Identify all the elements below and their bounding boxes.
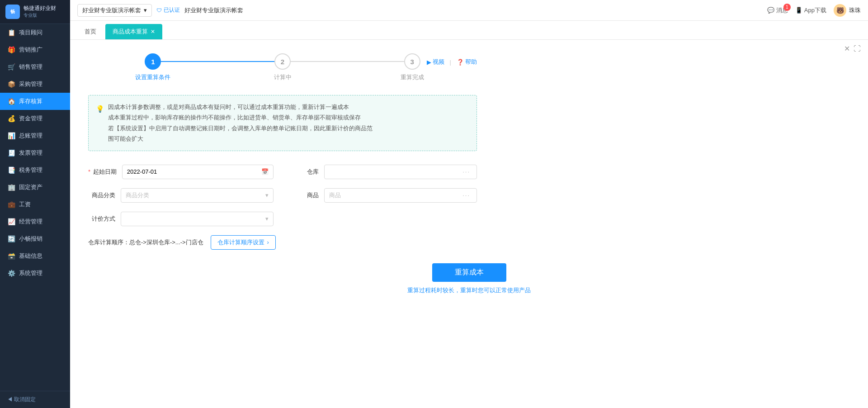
sidebar-item-system[interactable]: ⚙️系统管理 [0,265,70,282]
category-select[interactable]: 商品分类 ▾ [121,188,274,203]
ledger-icon: 📊 [7,132,15,139]
invoice-icon: 🧾 [7,149,15,157]
sidebar-label-operation: 经营管理 [19,218,42,226]
sidebar-label-inventory: 库存核算 [19,97,42,105]
pricing-select[interactable]: ▾ [121,212,274,226]
sidebar-nav: 📋项目顾问🎁营销推广🛒销售管理📦采购管理🏠库存核算💰资金管理📊总账管理🧾发票管理… [0,24,70,391]
form-row-1: * 起始日期 📅 仓库 ··· [88,165,477,179]
start-date-group: * 起始日期 📅 [88,165,274,179]
info-line1: 因成本计算参数调整，或是对商品成本有疑问时，可以通过成本重算功能，重新计算一遍成… [108,102,373,112]
sidebar-label-tax: 税务管理 [19,166,42,174]
product-dots-icon[interactable]: ··· [461,190,472,200]
sidebar-label-salary: 工资 [19,200,31,209]
step-2: 2 计算中 [218,53,348,81]
tab-recalc[interactable]: 商品成本重算 ✕ [105,24,162,39]
unpin-button[interactable]: ◀ 取消固定 [0,391,70,408]
operation-icon: 📈 [7,218,15,225]
shield-icon: 🛡 [156,7,162,14]
sidebar-label-expense: 小畅报销 [19,235,42,243]
calendar-icon[interactable]: 📅 [261,168,269,175]
sidebar-item-assets[interactable]: 🏢固定资产 [0,179,70,196]
category-label: 商品分类 [88,191,115,199]
app-download-button[interactable]: 📱 App下载 [795,6,826,14]
app-edition: 专业版 [24,12,56,19]
sidebar-item-finance[interactable]: 💰资金管理 [0,110,70,127]
tab-close-icon[interactable]: ✕ [151,28,155,35]
sidebar-label-assets: 固定资产 [19,183,42,191]
sidebar-item-tax[interactable]: 📑税务管理 [0,161,70,179]
sidebar-item-sales[interactable]: 🛒销售管理 [0,58,70,76]
steps-help: ▶ 视频 | ❓ 帮助 [427,58,477,66]
sidebar-label-invoice: 发票管理 [19,149,42,157]
product-label: 商品 [292,191,319,199]
step-3-circle: 3 [404,53,420,70]
warehouse-order-btn[interactable]: 仓库计算顺序设置 › [211,235,276,250]
info-line2: 成本重算过程中，影响库存账的操作均不能操作，比如进货单、销货单、库存单据不能审核… [108,112,373,123]
step-2-label: 计算中 [274,73,292,81]
video-link[interactable]: ▶ 视频 [427,58,444,66]
sidebar-item-salary[interactable]: 💼工资 [0,196,70,213]
form-row-2: 商品分类 商品分类 ▾ 商品 商品 ··· [88,188,477,203]
warehouse-input[interactable]: ··· [324,165,477,179]
sidebar-label-finance: 资金管理 [19,114,42,123]
app-logo: 畅 [5,5,20,19]
sidebar-label-project: 项目顾问 [19,28,42,37]
chevron-down-icon-pricing: ▾ [265,215,269,222]
form-row-3: 计价方式 ▾ [88,212,477,226]
app-download-label: App下载 [804,6,826,14]
step-2-line [283,61,412,62]
warehouse-dots-icon[interactable]: ··· [461,166,472,177]
inventory-icon: 🏠 [7,98,15,105]
bulb-icon: 💡 [96,103,104,144]
sidebar-label-basic: 基础信息 [19,252,42,260]
expense-icon: 🔄 [7,235,15,242]
tab-home[interactable]: 首页 [77,24,104,39]
close-icon[interactable]: ✕ [844,44,850,53]
form-row-warehouse-order: 仓库计算顺序：总仓->深圳仓库->...->门店仓 仓库计算顺序设置 › [88,235,477,250]
tabbar: 首页 商品成本重算 ✕ [70,21,868,40]
help-link[interactable]: ❓ 帮助 [457,58,477,66]
assets-icon: 🏢 [7,184,15,191]
product-placeholder: 商品 [329,191,341,199]
info-content: 因成本计算参数调整，或是对商品成本有疑问时，可以通过成本重算功能，重新计算一遍成… [108,102,373,144]
verified-badge: 🛡 已认证 [156,6,180,14]
warehouse-order-text: 仓库计算顺序：总仓->深圳仓库->...->门店仓 [88,238,203,247]
main-area: 好业财专业版演示帐套 ▾ 🛡 已认证 好业财专业版演示帐套 💬 消息 1 📱 A… [70,0,868,408]
sidebar-item-purchase[interactable]: 📦采购管理 [0,76,70,93]
account-selector[interactable]: 好业财专业版演示帐套 ▾ [77,4,152,17]
product-group: 商品 商品 ··· [292,188,477,203]
start-date-input[interactable]: 📅 [122,165,274,179]
start-date-field[interactable] [127,168,261,175]
tax-icon: 📑 [7,166,15,174]
topbar-right: 💬 消息 1 📱 App下载 🐻 珠珠 [767,4,861,17]
pricing-label: 计价方式 [88,215,115,223]
marketing-icon: 🎁 [7,46,15,53]
product-input[interactable]: 商品 ··· [324,188,477,203]
recalc-button[interactable]: 重算成本 [432,263,506,282]
finance-icon: 💰 [7,115,15,122]
sidebar-item-marketing[interactable]: 🎁营销推广 [0,41,70,58]
user-menu[interactable]: 🐻 珠珠 [834,4,861,17]
start-date-label: * 起始日期 [88,168,117,176]
sidebar-label-system: 系统管理 [19,269,42,277]
sidebar-item-invoice[interactable]: 🧾发票管理 [0,144,70,161]
question-icon: ❓ [457,59,464,66]
sidebar-item-expense[interactable]: 🔄小畅报销 [0,230,70,247]
required-star: * [88,168,90,175]
chat-icon: 💬 [767,7,774,14]
warehouse-group: 仓库 ··· [292,165,477,179]
info-line4: 围可能会扩大 [108,133,373,144]
sidebar-item-ledger[interactable]: 📊总账管理 [0,127,70,144]
expand-icon[interactable]: ⛶ [854,45,861,53]
sidebar-item-project[interactable]: 📋项目顾问 [0,24,70,41]
play-icon: ▶ [427,59,431,66]
sidebar-item-basic[interactable]: 🗃️基础信息 [0,247,70,265]
sidebar-label-sales: 销售管理 [19,63,42,71]
sidebar-label-purchase: 采购管理 [19,80,42,88]
tab-recalc-label: 商品成本重算 [113,28,148,36]
sidebar-item-operation[interactable]: 📈经营管理 [0,213,70,230]
message-button[interactable]: 💬 消息 1 [767,6,788,14]
content-icons: ✕ ⛶ [844,44,861,53]
sidebar-item-inventory[interactable]: 🏠库存核算 [0,93,70,110]
topbar: 好业财专业版演示帐套 ▾ 🛡 已认证 好业财专业版演示帐套 💬 消息 1 📱 A… [70,0,868,21]
